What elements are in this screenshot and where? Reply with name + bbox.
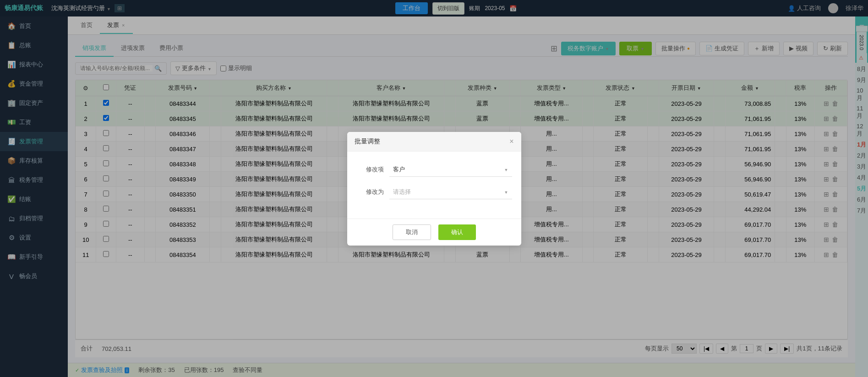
modify-to-field-row: 修改为 请选择	[356, 185, 512, 199]
modal-footer: 取消 确认	[347, 219, 521, 246]
modify-item-select[interactable]: 客户	[389, 163, 512, 177]
modal-body: 修改项 客户 修改为 请选择	[347, 152, 521, 219]
modify-item-value: 客户	[393, 165, 405, 174]
batch-adjust-modal: 批量调整 × 修改项 客户 修改为 请选择 取消 确认	[347, 132, 521, 246]
modify-to-label: 修改为	[356, 188, 384, 196]
modal-header: 批量调整 ×	[347, 132, 521, 152]
modal-title: 批量调整	[355, 137, 380, 146]
modal-cancel-button[interactable]: 取消	[393, 224, 431, 240]
modal-confirm-button[interactable]: 确认	[438, 224, 476, 240]
modify-to-chevron	[504, 188, 508, 195]
modify-item-chevron	[504, 166, 508, 173]
modal-close-button[interactable]: ×	[509, 137, 513, 146]
modify-to-placeholder: 请选择	[393, 188, 411, 196]
modify-field-row: 修改项 客户	[356, 163, 512, 177]
modify-item-label: 修改项	[356, 165, 384, 174]
modal-overlay: 批量调整 × 修改项 客户 修改为 请选择 取消 确认	[0, 0, 868, 377]
modify-to-select[interactable]: 请选择	[389, 185, 512, 199]
